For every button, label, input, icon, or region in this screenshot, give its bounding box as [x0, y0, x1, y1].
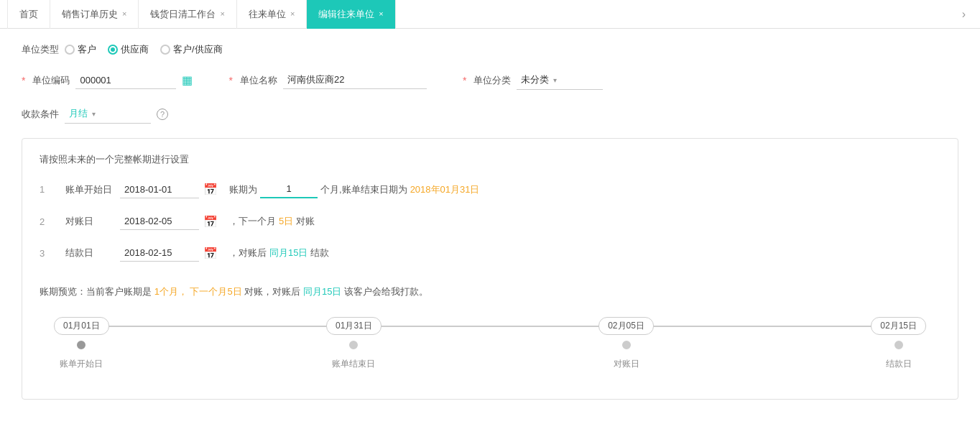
timeline-dot-2 — [622, 341, 631, 349]
timeline-dot-1 — [349, 341, 358, 349]
step-2-date-field: 📅 — [120, 213, 218, 230]
radio-group: 客户 供应商 客户/供应商 — [65, 43, 223, 56]
preview-section: 账期预览：当前客户账期是 1个月， 下一个月5日 对账，对账后 同月15日 该客… — [40, 276, 940, 385]
tab-cash-workbench-label: 钱货日清工作台 — [150, 8, 216, 21]
unit-name-group: * 单位名称 — [228, 72, 426, 89]
payment-terms-label: 收款条件 — [22, 108, 59, 121]
step-1-cal-icon[interactable]: 📅 — [203, 183, 218, 196]
timeline-points: 01月01日账单开始日01月31日账单结束日02月05日对账日02月15日结款日 — [54, 317, 926, 370]
step-1-date-input[interactable] — [120, 181, 199, 198]
tab-edit-partner[interactable]: 编辑往来单位 × — [307, 0, 395, 29]
step-2-desc-after: 对账 — [296, 215, 315, 228]
step-2-highlight: 5日 — [279, 215, 293, 228]
tab-home-label: 首页 — [19, 8, 38, 21]
step-1-highlight: 2018年01月31日 — [410, 183, 480, 196]
tab-cash-workbench[interactable]: 钱货日清工作台 × — [139, 0, 236, 29]
tabs-bar: 首页 销售订单历史 × 钱货日清工作台 × 往来单位 × 编辑往来单位 × › — [0, 0, 980, 29]
unit-type-row: 单位类型 客户 供应商 客户/供应商 — [22, 43, 958, 56]
unit-category-value: 未分类 — [521, 73, 549, 86]
name-required: * — [228, 75, 232, 86]
preview-label: 账期预览：当前客户账期是 — [40, 286, 152, 297]
step-1-desc-before: 账期为 — [229, 183, 257, 196]
tab-home[interactable]: 首页 — [7, 0, 50, 29]
step-3-row: 3 结款日 📅 ，对账后 同月15日 结款 — [40, 244, 940, 262]
unit-category-group: * 单位分类 未分类 ▾ — [463, 70, 603, 90]
unit-name-label: 单位名称 — [240, 74, 277, 87]
payment-terms-row: 收款条件 月结 ▾ ? — [22, 104, 958, 124]
preview-text: 账期预览：当前客户账期是 1个月， 下一个月5日 对账，对账后 同月15日 该客… — [40, 283, 940, 300]
preview-part5: 该客户会给我打款。 — [344, 286, 428, 297]
preview-part4: 同月15日 — [303, 286, 341, 297]
step-2-num: 2 — [40, 216, 54, 227]
timeline-badge-0: 01月01日 — [54, 317, 109, 335]
tab-cash-workbench-close[interactable]: × — [220, 10, 224, 18]
timeline-dot-3 — [895, 341, 903, 349]
preview-part2: 下一个月5日 — [190, 286, 241, 297]
preview-part1: 1个月， — [154, 286, 188, 297]
unit-code-icon[interactable]: ▦ — [182, 73, 193, 87]
unit-code-label: 单位编码 — [32, 74, 70, 87]
step-2-row: 2 对账日 📅 ，下一个月 5日 对账 — [40, 213, 940, 230]
payment-terms-select[interactable]: 月结 ▾ — [65, 104, 151, 124]
timeline-point-1: 01月31日账单结束日 — [326, 317, 382, 370]
help-icon[interactable]: ? — [157, 109, 168, 120]
step-3-cal-icon[interactable]: 📅 — [203, 247, 218, 260]
radio-customer-circle — [65, 45, 75, 55]
unit-category-select[interactable]: 未分类 ▾ — [517, 70, 603, 90]
timeline-point-3: 02月15日结款日 — [871, 317, 926, 370]
radio-supplier-circle — [108, 45, 118, 55]
step-3-num: 3 — [40, 248, 54, 259]
timeline-desc-1: 账单结束日 — [332, 358, 375, 370]
radio-supplier[interactable]: 供应商 — [108, 43, 149, 56]
tab-arrow-right[interactable]: › — [955, 8, 973, 21]
step-1-period-input[interactable] — [260, 180, 318, 198]
step-3-label: 结款日 — [65, 247, 108, 259]
step-3-desc-after: 结款 — [310, 247, 329, 259]
timeline: 01月01日账单开始日01月31日账单结束日02月05日对账日02月15日结款日 — [40, 317, 940, 370]
section-instruction: 请按照未来的一个完整帐期进行设置 — [40, 153, 940, 166]
step-1-desc: 账期为 个月,账单结束日期为 2018年01月31日 — [229, 180, 479, 198]
step-2-cal-icon[interactable]: 📅 — [203, 215, 218, 229]
radio-customer[interactable]: 客户 — [65, 43, 96, 56]
timeline-point-0: 01月01日账单开始日 — [54, 317, 109, 370]
settings-section: 请按照未来的一个完整帐期进行设置 1 账单开始日 📅 账期为 个月,账单结束日期… — [22, 138, 958, 400]
unit-code-group: * 单位编码 ▦ — [22, 72, 193, 89]
timeline-badge-2: 02月05日 — [598, 317, 654, 335]
radio-supplier-label: 供应商 — [121, 43, 149, 56]
tab-sales-history-close[interactable]: × — [122, 10, 126, 18]
step-3-desc: ，对账后 同月15日 结款 — [229, 247, 329, 259]
step-3-desc-before: ，对账后 — [229, 247, 267, 259]
radio-both-label: 客户/供应商 — [173, 43, 223, 56]
step-1-num: 1 — [40, 184, 54, 195]
timeline-point-2: 02月05日对账日 — [598, 317, 654, 370]
step-2-date-input[interactable] — [120, 213, 199, 230]
step-1-label: 账单开始日 — [65, 183, 108, 196]
step-2-label: 对账日 — [65, 215, 108, 228]
arrow-right-icon: › — [962, 8, 966, 20]
tab-edit-partner-label: 编辑往来单位 — [318, 8, 374, 21]
timeline-desc-2: 对账日 — [614, 358, 639, 370]
category-chevron-icon: ▾ — [553, 76, 557, 84]
unit-name-input[interactable] — [283, 72, 427, 89]
tab-sales-history-label: 销售订单历史 — [62, 8, 118, 21]
tab-edit-partner-close[interactable]: × — [379, 10, 383, 18]
step-3-date-input[interactable] — [120, 244, 199, 262]
timeline-badge-3: 02月15日 — [871, 317, 926, 335]
payment-terms-value: 月结 — [69, 107, 88, 120]
step-1-row: 1 账单开始日 📅 账期为 个月,账单结束日期为 2018年01月31日 — [40, 180, 940, 198]
timeline-dot-0 — [77, 341, 85, 349]
tab-partner-units-close[interactable]: × — [290, 10, 295, 18]
step-2-desc-before: ，下一个月 — [229, 215, 276, 228]
tab-sales-history[interactable]: 销售订单历史 × — [50, 0, 139, 29]
step-2-desc: ，下一个月 5日 对账 — [229, 215, 315, 228]
step-1-date-field: 📅 — [120, 181, 218, 198]
unit-code-input[interactable] — [75, 72, 176, 89]
unit-category-label: 单位分类 — [473, 74, 511, 87]
code-name-category-row: * 单位编码 ▦ * 单位名称 * 单位分类 未分类 ▾ — [22, 70, 958, 90]
tab-partner-units[interactable]: 往来单位 × — [237, 0, 307, 29]
radio-customer-label: 客户 — [78, 43, 96, 56]
timeline-desc-0: 账单开始日 — [60, 358, 103, 370]
payment-chevron-icon: ▾ — [92, 110, 96, 118]
radio-both[interactable]: 客户/供应商 — [160, 43, 223, 56]
main-content: 单位类型 客户 供应商 客户/供应商 * 单位编码 — [0, 29, 980, 437]
